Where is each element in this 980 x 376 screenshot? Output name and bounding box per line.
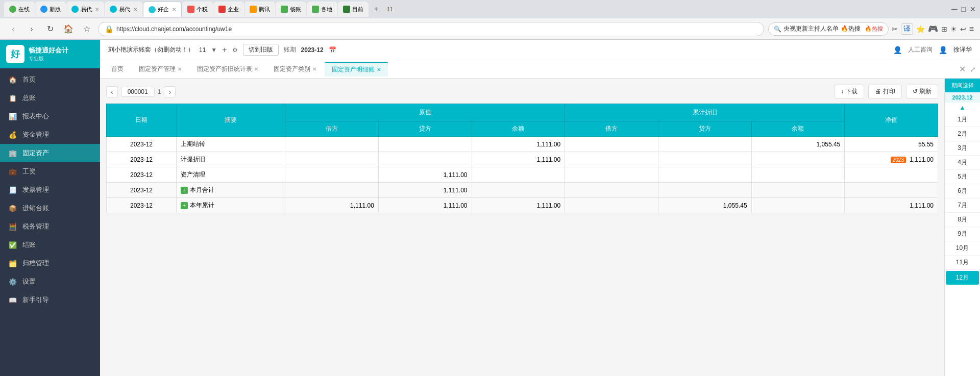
- page-tab-depreciation-stats[interactable]: 固定资产折旧统计表 ✕: [190, 62, 265, 77]
- page-tab-fixed-assets-ledger[interactable]: 固定资产明细账 ✕: [325, 62, 388, 77]
- page-tab-fixed-assets-mgmt[interactable]: 固定资产管理 ✕: [132, 62, 189, 77]
- nav-prev-button[interactable]: ‹: [106, 86, 118, 97]
- tab-fixed-assets-mgmt-close[interactable]: ✕: [178, 66, 182, 72]
- browser-tab-2[interactable]: 新版: [35, 2, 66, 17]
- row2-accum-balance: [751, 152, 845, 167]
- row3-date: 2023-12: [107, 167, 177, 183]
- browser-tab-11[interactable]: 目前: [338, 2, 369, 17]
- page-tab-fixed-assets-category[interactable]: 固定资产类别 ✕: [266, 62, 324, 77]
- ext-game[interactable]: 🎮: [928, 24, 938, 34]
- dropdown-icon[interactable]: ▼: [211, 46, 217, 54]
- settings-icon: ⚙️: [8, 278, 17, 286]
- sidebar-label-guide: 新手引导: [22, 295, 49, 305]
- nav-bookmark[interactable]: ☆: [80, 22, 94, 36]
- tab-4-close[interactable]: ✕: [133, 7, 137, 12]
- period-month-9[interactable]: 9月: [945, 227, 980, 241]
- window-close[interactable]: ✕: [970, 5, 976, 13]
- period-selector: 期间选择 2023.12 ▲ 1月 2月 3月 4月 5月 6月 7月 8月 9…: [944, 79, 980, 376]
- tab-6-label: 个税: [197, 6, 208, 13]
- ledger-table-container: 日期 摘要 原值 累计折旧 净值 借方 贷方 余额 借方: [106, 104, 938, 213]
- help-label[interactable]: 人工咨询: [908, 45, 933, 54]
- period-month-6[interactable]: 6月: [945, 184, 980, 198]
- period-month-10[interactable]: 10月: [945, 241, 980, 256]
- sidebar-item-fixed-assets[interactable]: 🏢 固定资产: [0, 144, 100, 162]
- browser-tab-9[interactable]: 畅账: [276, 2, 306, 17]
- browser-tab-6[interactable]: 个税: [182, 2, 213, 17]
- window-maximize[interactable]: □: [962, 5, 966, 13]
- add-account-icon[interactable]: +: [222, 45, 227, 55]
- ext-translate[interactable]: 译: [901, 23, 913, 35]
- sidebar-item-fund[interactable]: 💰 资金管理: [0, 126, 100, 144]
- sidebar-item-inventory[interactable]: 📦 进销台账: [0, 199, 100, 217]
- sidebar-item-report[interactable]: 📊 报表中心: [0, 107, 100, 126]
- browser-tab-4[interactable]: 易代 ✕: [105, 2, 142, 17]
- nav-home[interactable]: 🏠: [61, 22, 76, 36]
- nav-next-button[interactable]: ›: [164, 86, 176, 97]
- browser-tab-5[interactable]: 好企 ✕: [143, 2, 182, 17]
- row2-accum-debit: [565, 152, 658, 167]
- print-button[interactable]: 🖨 打印: [868, 85, 901, 98]
- search-area[interactable]: 🔍 央视更新主持人名单 🔥热搜 🔥热搜: [768, 22, 888, 36]
- switch-version-button[interactable]: 切到旧版: [243, 44, 279, 56]
- period-month-8[interactable]: 8月: [945, 213, 980, 227]
- tab-fixed-assets-category-close[interactable]: ✕: [312, 66, 316, 72]
- window-minimize[interactable]: ─: [951, 5, 957, 14]
- ext-grid[interactable]: ⊞: [941, 25, 947, 33]
- tab-fixed-assets-ledger-close[interactable]: ✕: [377, 67, 381, 72]
- row5-accum-credit: 1,055.45: [658, 198, 751, 213]
- browser-tab-10[interactable]: 各地: [307, 2, 337, 17]
- browser-tab-1[interactable]: 在线: [4, 2, 35, 17]
- browser-tab-3[interactable]: 易代 ✕: [66, 2, 104, 17]
- sidebar-item-home[interactable]: 🏠 首页: [0, 70, 100, 89]
- new-tab-count: 11: [384, 5, 396, 13]
- calendar-icon[interactable]: 📅: [329, 46, 336, 54]
- period-month-12[interactable]: 12月: [946, 271, 979, 285]
- user-label[interactable]: 徐译华: [953, 45, 972, 54]
- period-month-3[interactable]: 3月: [945, 141, 980, 156]
- settings-small-icon[interactable]: ⚙: [232, 46, 238, 54]
- download-button[interactable]: ↓ 下载: [834, 85, 864, 98]
- tab-area-expand-icon[interactable]: ⤢: [970, 65, 976, 73]
- ext-scissors[interactable]: ✂: [892, 25, 898, 33]
- nav-forward[interactable]: ›: [24, 22, 39, 36]
- nav-refresh[interactable]: ↻: [43, 22, 57, 36]
- menu-button[interactable]: ≡: [969, 24, 974, 34]
- address-text: https://cloud.chanjet.com/accounting/uw1…: [116, 26, 232, 33]
- refresh-button[interactable]: ↺ 刷新: [906, 85, 938, 98]
- browser-tab-7[interactable]: 企业: [213, 2, 244, 17]
- sidebar-item-guide[interactable]: 📖 新手引导: [0, 291, 100, 309]
- tab-area-close-icon[interactable]: ✕: [959, 64, 966, 74]
- tab-home-label: 首页: [111, 65, 124, 73]
- nav-undo[interactable]: ↩: [960, 25, 966, 33]
- period-month-4[interactable]: 4月: [945, 156, 980, 170]
- period-month-2[interactable]: 2月: [945, 127, 980, 141]
- period-month-7[interactable]: 7月: [945, 198, 980, 213]
- sidebar-item-archive[interactable]: 🗂️ 归档管理: [0, 254, 100, 272]
- period-month-11[interactable]: 11月: [945, 256, 980, 270]
- address-input[interactable]: 🔒 https://cloud.chanjet.com/accounting/u…: [98, 22, 764, 36]
- sidebar-item-invoice[interactable]: 🧾 发票管理: [0, 181, 100, 199]
- row1-accum-debit: [565, 137, 658, 152]
- browser-tab-8[interactable]: 腾讯: [244, 2, 275, 17]
- sidebar-item-ledger[interactable]: 📋 总账: [0, 89, 100, 107]
- period-month-5[interactable]: 5月: [945, 170, 980, 184]
- nav-back[interactable]: ‹: [6, 22, 20, 36]
- tab-5-close[interactable]: ✕: [172, 7, 176, 12]
- row1-orig-balance: 1,111.00: [472, 137, 565, 152]
- row4-orig-debit: [285, 183, 379, 198]
- new-tab-button[interactable]: +: [369, 2, 383, 16]
- page-tab-home[interactable]: 首页: [104, 62, 131, 77]
- sidebar-item-settlement[interactable]: ✅ 结账: [0, 236, 100, 254]
- sidebar-item-salary[interactable]: 💼 工资: [0, 162, 100, 181]
- sidebar-item-tax[interactable]: 🧮 税务管理: [0, 217, 100, 236]
- tab-3-close[interactable]: ✕: [95, 7, 99, 12]
- ext-brightness[interactable]: ☀: [950, 25, 957, 33]
- period-scroll-up[interactable]: ▲: [945, 103, 980, 113]
- tab-depreciation-stats-close[interactable]: ✕: [254, 66, 258, 72]
- period-label: 账期: [284, 45, 296, 54]
- sidebar-item-settings[interactable]: ⚙️ 设置: [0, 272, 100, 291]
- ext-star[interactable]: ⭐: [916, 25, 925, 33]
- sidebar-label-invoice: 发票管理: [22, 185, 49, 194]
- period-header: 期间选择: [945, 79, 980, 92]
- period-month-1[interactable]: 1月: [945, 113, 980, 127]
